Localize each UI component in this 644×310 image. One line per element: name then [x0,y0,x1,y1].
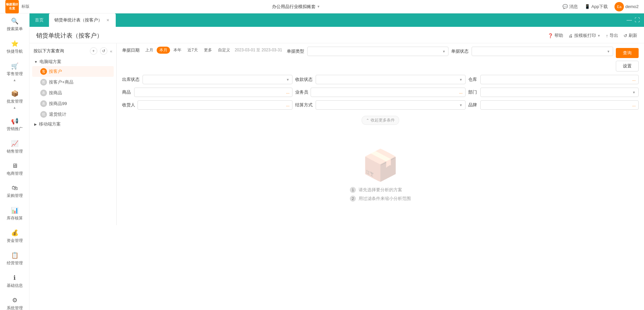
sidebar-label-quick-nav: 快捷导航 [7,49,23,54]
collapse-scheme-btn[interactable]: « [110,49,112,54]
receiver-more: ... [286,103,289,107]
doc-type-filter-cell: 单据类型 ▼ [287,47,449,56]
scheme-item-by-customer[interactable]: 客 按客户 [32,66,114,77]
scheme-item-return-stats[interactable]: 统 退货统计 [32,109,114,120]
date-btn-last-7-days[interactable]: 近7天 [185,47,201,54]
sidebar-item-operation[interactable]: 📋 经营管理 [0,248,29,270]
sidebar-label-search-menu: 搜索菜单 [7,26,23,32]
sidebar-item-marketing[interactable]: 📢 营销推广 [0,113,29,136]
sidebar-item-basic-info[interactable]: ℹ 基础信息 [0,270,29,293]
help-btn[interactable]: ❓ 帮助 [548,33,563,39]
department-select[interactable]: ▼ [480,88,639,97]
topbar: 畅捷通好生意 标版 办公用品行业模拟账套 ▼ 💬 消息 📱 App下载 Ea d… [0,0,644,13]
payment-status-select[interactable]: ▼ [316,75,466,84]
app-download-btn[interactable]: 📱 App下载 [585,4,608,10]
scheme-group-mobile-header[interactable]: ▶ 移动端方案 [32,120,114,128]
date-btn-this-month[interactable]: 本月 [157,47,170,54]
tab-maximize-icon[interactable]: ⛶ [635,17,640,23]
date-btn-this-year[interactable]: 本年 [171,47,184,54]
by-customer-product-icon: 图 [40,79,47,86]
out-status-label: 出库状态 [122,76,141,83]
sidebar-item-search-menu[interactable]: 🔍 搜索菜单 [0,13,29,36]
print-btn[interactable]: 🖨 按模板打印 ▼ [569,33,601,39]
receiver-select[interactable]: ... [138,100,292,110]
query-button[interactable]: 查询 [616,48,639,58]
expand-icon-2: ▲ [13,106,16,109]
sidebar-item-system[interactable]: ⚙ 系统管理 [0,293,29,310]
warehouse-filter-cell: 仓库 ... [468,75,639,84]
user-profile[interactable]: Ea demo2 [614,2,639,11]
sidebar-label-sales: 销售管理 [7,149,23,154]
settlement-select[interactable]: ▼ [316,100,466,110]
sidebar-item-sales[interactable]: 📈 销售管理 [0,136,29,158]
by-product-icon: 表 [40,90,47,96]
page-title: 销货单统计表（按客户） [36,32,103,40]
sidebar-item-wholesale[interactable]: 📦 批发管理 ▲ [0,86,29,113]
scheme-group-desktop: ▼ 电脑端方案 客 按客户 图 [30,57,116,120]
mobile-group-label: 移动端方案 [39,121,61,127]
scheme-item-label-by-product: 按商品 [49,90,62,96]
sales-icon: 📈 [11,140,18,147]
message-btn[interactable]: 💬 消息 [562,4,578,10]
tab-sales-stat[interactable]: 销货单统计表（按客户） ✕ [49,13,116,27]
tab-close-icon[interactable]: ✕ [105,17,110,23]
date-btn-custom[interactable]: 自定义 [215,47,233,54]
topbar-right: 💬 消息 📱 App下载 Ea demo2 [562,2,639,11]
salesperson-select[interactable]: ... [311,88,466,97]
refresh-btn[interactable]: ↺ 刷新 [624,33,637,39]
doc-status-chevron-icon: ▼ [607,50,610,53]
sidebar-item-quick-nav[interactable]: ⭐ 快捷导航 [0,36,29,58]
system-icon: ⚙ [12,297,17,304]
sidebar-label-operation: 经营管理 [7,260,23,266]
date-btn-more[interactable]: 更多 [201,47,215,54]
split-layout: 按以下方案查询 + ↺ « ▼ 电脑端方案 [30,43,644,225]
tab-home[interactable]: 首页 [30,13,49,27]
action-buttons: 查询 设置 [616,47,639,71]
sidebar-item-retail[interactable]: 🛒 零售管理 ▲ [0,58,29,86]
brand-select[interactable]: ... [480,100,639,110]
scheme-title: 按以下方案查询 [34,48,64,54]
quick-nav-icon: ⭐ [11,40,18,47]
scheme-group-desktop-header[interactable]: ▼ 电脑端方案 [32,57,114,66]
filter-panel: 单据日期 上月 本月 本年 近7天 更多 自定义 2023-03-01 至 20… [117,43,644,225]
warehouse-select[interactable]: ... [480,75,639,84]
export-btn[interactable]: ↑ 导出 [606,33,619,39]
sidebar-item-purchase[interactable]: 🛍 采购管理 [0,180,29,203]
refresh-icon: ↺ [624,33,627,38]
product-select[interactable]: ... [134,88,292,97]
receiver-filter-cell: 收货人 ... [122,100,292,110]
search-menu-icon: 🔍 [11,17,18,25]
doc-status-label: 单据状态 [451,48,470,54]
scheme-item-label-by-customer-product: 按客户+商品 [49,79,73,85]
scheme-item-label-return-stats: 退货统计 [49,111,66,117]
scheme-item-by-product[interactable]: 表 按商品 [32,88,114,98]
ecommerce-icon: 🖥 [12,162,18,169]
product-more: ... [286,90,289,95]
sidebar-item-inventory[interactable]: 📊 库存核算 [0,203,29,225]
sidebar-item-finance[interactable]: 💰 资金管理 [0,225,29,248]
page-content: 销货单统计表（按客户） ❓ 帮助 🖨 按模板打印 ▼ ↑ 导出 [30,27,644,310]
doc-status-select[interactable]: ▼ [472,47,613,56]
salesperson-label: 业务员 [295,89,309,95]
scheme-item-by-product-99[interactable]: 表 按商品99 [32,98,114,109]
settings-button[interactable]: 设置 [616,61,639,71]
sidebar-label-marketing: 营销推广 [7,126,23,132]
app-selector[interactable]: 办公用品行业模拟账套 ▼ [272,4,320,10]
date-btn-last-month[interactable]: 上月 [143,47,156,54]
doc-type-select[interactable]: ▼ [307,47,449,56]
empty-state: 📦 1 请先选择要分析的方案 2 [122,127,639,222]
logo: 畅捷通好生意 [5,0,19,13]
help-icon: ❓ [548,33,553,38]
add-scheme-btn[interactable]: + [90,47,97,55]
refresh-scheme-btn[interactable]: ↺ [100,47,107,55]
collapse-btn[interactable]: ⌃ 收起更多条件 [362,116,399,125]
salesperson-filter-cell: 业务员 ... [295,88,466,97]
return-stats-icon: 统 [40,111,47,118]
sidebar-item-ecommerce[interactable]: 🖥 电商管理 [0,158,29,180]
out-status-select[interactable]: ▼ [143,75,292,84]
scheme-item-by-customer-product[interactable]: 图 按客户+商品 [32,77,114,88]
department-chevron-icon: ▼ [632,91,636,94]
tab-minimize-icon[interactable]: — [627,17,632,23]
sidebar-label-finance: 资金管理 [7,238,23,244]
doc-type-chevron-icon: ▼ [442,50,445,53]
